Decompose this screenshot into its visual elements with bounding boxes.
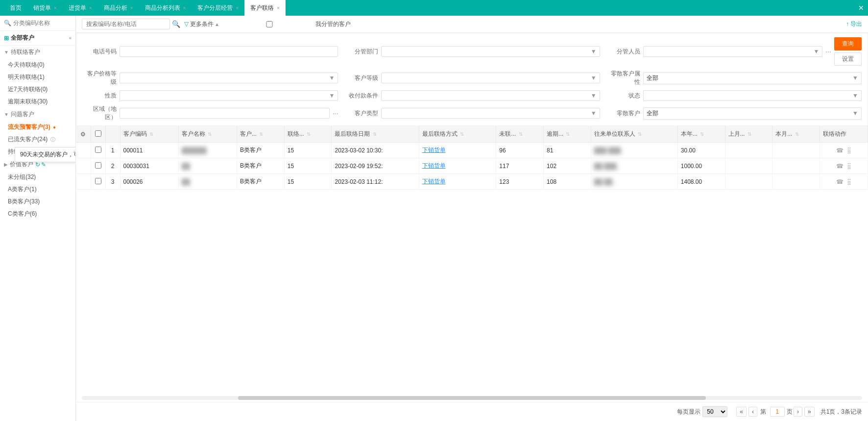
sidebar-item-tomorrow[interactable]: 明天待联络(1) <box>0 71 75 83</box>
tab-customer-contact[interactable]: 客户联络 × <box>244 0 286 16</box>
my-customers-checkbox[interactable] <box>225 21 313 27</box>
first-page-btn[interactable]: « <box>736 407 747 417</box>
tab-sales-order[interactable]: 销货单 × <box>27 0 63 16</box>
filter-status-select[interactable]: ▼ <box>643 90 862 101</box>
th-overdue[interactable]: 逾期... ⇅ <box>544 126 591 143</box>
row-contact: 15 <box>284 174 332 190</box>
row-actions[interactable]: ☎ ⣿ <box>820 174 868 190</box>
close-tab-customer-tier[interactable]: × <box>236 5 239 11</box>
filter-dept-select[interactable]: ▼ <box>381 46 600 57</box>
sidebar-collapse-btn[interactable]: « <box>69 35 72 41</box>
settings-button[interactable]: 设置 <box>834 52 862 66</box>
tab-customer-tier[interactable]: 客户分层经营 × <box>192 0 244 16</box>
sidebar-item-overdue[interactable]: 逾期未联络(30) <box>0 96 75 108</box>
tab-purchase-order[interactable]: 进货单 × <box>63 0 98 16</box>
row-checkbox[interactable] <box>95 178 101 184</box>
sidebar-item-churned[interactable]: 已流失客户(24) ⓘ <box>0 133 75 146</box>
action-phone-icon[interactable]: ☎ <box>836 178 844 185</box>
th-this-year[interactable]: 本年... ⇅ <box>677 126 725 143</box>
th-contact[interactable]: 联络... ⇅ <box>284 126 332 143</box>
th-customer-name[interactable]: 客户名称 ⇅ <box>178 126 237 143</box>
row-checkbox[interactable] <box>95 147 101 153</box>
person-dots-btn[interactable]: ··· <box>825 48 831 55</box>
row-last-contact-method[interactable]: 下销货单 <box>419 158 496 174</box>
th-check[interactable] <box>91 126 105 143</box>
row-checkbox-cell[interactable] <box>91 174 105 190</box>
row-checkbox-cell[interactable] <box>91 158 105 174</box>
row-settings-btn[interactable] <box>76 143 91 158</box>
row-last-contact-method[interactable]: 下销货单 <box>419 174 496 190</box>
row-actions[interactable]: ☎ ⣿ <box>820 143 868 158</box>
filter-region-input[interactable] <box>120 108 330 119</box>
action-phone-icon[interactable]: ☎ <box>836 163 844 170</box>
row-actions[interactable]: ☎ ⣿ <box>820 158 868 174</box>
action-menu-icon[interactable]: ⣿ <box>847 163 851 170</box>
row-checkbox-cell[interactable] <box>91 143 105 158</box>
sidebar-group-pending[interactable]: ▼ 待联络客户 <box>0 46 75 59</box>
close-all-btn[interactable]: ✕ <box>858 4 864 12</box>
filter-retail-select[interactable]: 全部 ▼ <box>643 107 862 120</box>
filter-person-select[interactable]: ▼ <box>643 46 823 57</box>
th-uncontacted[interactable]: 未联... ⇅ <box>496 126 544 143</box>
filter-customer-type-select[interactable]: ▼ <box>381 108 600 119</box>
close-tab-product-list[interactable]: × <box>183 5 186 11</box>
close-tab-customer-contact[interactable]: × <box>277 5 280 11</box>
search-button[interactable]: 🔍 <box>172 20 180 28</box>
row-settings-btn[interactable] <box>76 158 91 174</box>
sidebar-item-b-class[interactable]: B类客户(33) <box>0 196 75 208</box>
filter-phone-input[interactable] <box>120 46 338 57</box>
next-page-btn[interactable]: › <box>794 407 802 417</box>
page-size-select[interactable]: 50 100 200 <box>702 406 727 417</box>
scrollbar-thumb[interactable] <box>238 396 706 400</box>
th-settings[interactable]: ⚙ <box>76 126 91 143</box>
sidebar-item-ungrouped[interactable]: 未分组(32) <box>0 171 75 183</box>
sidebar-item-today[interactable]: 今天待联络(0) <box>0 59 75 71</box>
sidebar-item-a-class[interactable]: A类客户(1) <box>0 183 75 196</box>
last-page-btn[interactable]: » <box>804 407 815 417</box>
filter-payment-select[interactable]: ▼ <box>381 90 600 101</box>
row-this-year: 1000.00 <box>677 158 725 174</box>
sidebar-item-churn-warning[interactable]: 流失预警客户(3) ● <box>0 121 75 133</box>
row-last-month <box>725 143 772 158</box>
region-dots-btn[interactable]: ··· <box>333 109 338 117</box>
action-phone-icon[interactable]: ☎ <box>836 147 844 154</box>
select-all-checkbox[interactable] <box>95 130 101 137</box>
row-last-contact-method[interactable]: 下销货单 <box>419 143 496 158</box>
filter-nature-select[interactable]: ▼ <box>120 90 338 101</box>
row-settings-btn[interactable] <box>76 174 91 190</box>
arrow-down-icon: ▼ <box>4 50 9 55</box>
th-contact-person[interactable]: 往来单位联系人 ⇅ <box>591 126 677 143</box>
row-last-contact-date: 2023-02-09 19:52: <box>332 158 419 174</box>
page-input[interactable] <box>770 407 785 417</box>
th-last-month[interactable]: 上月... ⇅ <box>725 126 772 143</box>
th-last-contact-date[interactable]: 最后联络日期 ⇅ <box>332 126 419 143</box>
row-contact-person: ██ ███... <box>591 158 677 174</box>
action-menu-icon[interactable]: ⣿ <box>847 178 851 185</box>
tab-product-analysis-list[interactable]: 商品分析列表 × <box>139 0 192 16</box>
filter-customer-grade-select[interactable]: ▼ <box>381 73 600 83</box>
sidebar-search-input[interactable] <box>13 20 76 26</box>
more-conditions-btn[interactable]: ▽ 更多条件 ▲ <box>184 20 219 28</box>
close-tab-sales[interactable]: × <box>54 5 57 11</box>
tab-product-analysis[interactable]: 商品分析 × <box>98 0 139 16</box>
sidebar-item-c-class[interactable]: C类客户(6) <box>0 208 75 220</box>
search-input[interactable] <box>82 19 170 29</box>
export-button[interactable]: ↑ 导出 <box>846 20 862 28</box>
query-button[interactable]: 查询 <box>834 37 862 50</box>
th-customer-type[interactable]: 客户... ⇅ <box>237 126 284 143</box>
action-menu-icon[interactable]: ⣿ <box>847 147 851 154</box>
th-customer-code[interactable]: 客户编码 ⇅ <box>120 126 178 143</box>
horizontal-scrollbar[interactable] <box>82 396 862 400</box>
tab-home[interactable]: 首页 <box>4 0 27 16</box>
filter-retail-attr-select[interactable]: 全部 ▼ <box>643 72 862 84</box>
sidebar-group-problem[interactable]: ▼ 问题客户 <box>0 108 75 121</box>
th-last-contact-method[interactable]: 最后联络方式 ⇅ <box>419 126 496 143</box>
sidebar-item-7days[interactable]: 近7天待联络(0) <box>0 83 75 96</box>
sidebar-all-customers[interactable]: ⊞ 全部客户 « <box>0 31 75 46</box>
row-checkbox[interactable] <box>95 162 101 169</box>
close-tab-purchase[interactable]: × <box>89 5 92 11</box>
th-this-month[interactable]: 本月... ⇅ <box>772 126 820 143</box>
filter-price-grade-select[interactable]: ▼ <box>120 73 338 83</box>
prev-page-btn[interactable]: ‹ <box>748 407 757 417</box>
close-tab-product-analysis[interactable]: × <box>130 5 133 11</box>
